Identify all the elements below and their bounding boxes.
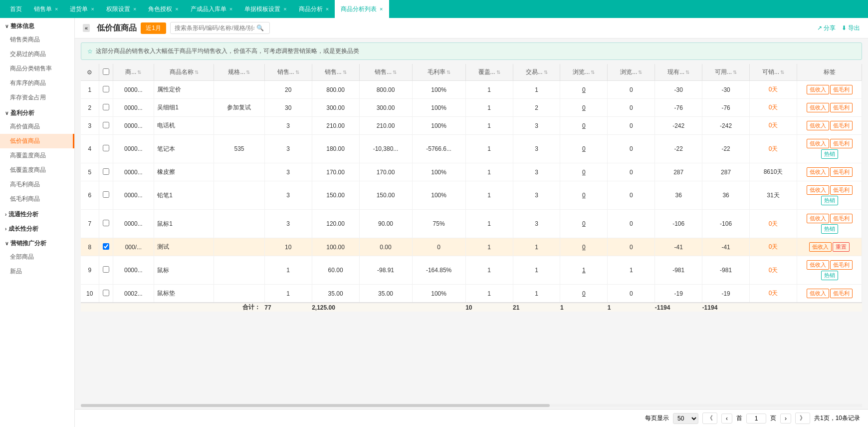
col-tags[interactable]: 标签 xyxy=(797,64,862,81)
row-checkbox-cell[interactable] xyxy=(99,135,113,163)
row-checkbox[interactable] xyxy=(103,191,109,198)
sidebar-group-growth[interactable]: › 成长性分析 xyxy=(0,221,74,235)
col-checkbox[interactable] xyxy=(99,64,113,81)
close-icon[interactable]: × xyxy=(283,6,286,12)
sidebar-group-flow[interactable]: › 流通性分析 xyxy=(0,206,74,221)
row-checkbox-cell[interactable] xyxy=(99,285,113,303)
view1-link[interactable]: 0 xyxy=(582,290,586,297)
sidebar-item-new-products[interactable]: 新品 xyxy=(0,264,74,279)
row-checkbox-cell[interactable] xyxy=(99,181,113,210)
row-checkbox[interactable] xyxy=(103,220,109,226)
sidebar-item-low-margin[interactable]: 低毛利商品 xyxy=(0,192,74,206)
row-checkbox[interactable] xyxy=(103,290,109,296)
col-sales-profit[interactable]: 销售...⇅ xyxy=(359,64,412,81)
search-input[interactable] xyxy=(175,24,254,31)
col-view1[interactable]: 浏览...⇅ xyxy=(560,64,608,81)
select-all-checkbox[interactable] xyxy=(103,68,109,75)
sidebar-item-high-margin[interactable]: 高毛利商品 xyxy=(0,177,74,192)
view1-cell[interactable]: 0 xyxy=(560,210,608,238)
sidebar-item-all-products[interactable]: 全部商品 xyxy=(0,250,74,264)
col-saleable[interactable]: 可销...⇅ xyxy=(750,64,797,81)
last-page-button[interactable]: 》 xyxy=(795,413,810,424)
view1-link[interactable]: 0 xyxy=(582,169,586,176)
sidebar-group-marketing[interactable]: ∨ 营销推广分析 xyxy=(0,235,74,250)
sidebar-item-low-value[interactable]: 低价值商品 xyxy=(0,134,74,148)
nav-template-setting[interactable]: 单据模板设置 × xyxy=(238,0,292,18)
search-icon[interactable]: 🔍 xyxy=(256,24,264,31)
share-button[interactable]: ↗ 分享 xyxy=(817,24,836,32)
view1-cell[interactable]: 0 xyxy=(560,81,608,99)
sidebar-item-category-sales-rate[interactable]: 商品分类销售率 xyxy=(0,61,74,76)
row-checkbox[interactable] xyxy=(103,266,109,273)
sidebar-collapse-button[interactable]: « xyxy=(83,24,90,32)
next-page-button[interactable]: › xyxy=(780,414,791,424)
view1-link[interactable]: 0 xyxy=(582,122,586,129)
view1-cell[interactable]: 0 xyxy=(560,99,608,117)
row-checkbox[interactable] xyxy=(103,86,109,92)
row-checkbox-cell[interactable] xyxy=(99,81,113,99)
view1-link[interactable]: 0 xyxy=(582,244,586,251)
view1-link[interactable]: 0 xyxy=(582,145,586,152)
nav-sales-order[interactable]: 销售单 × xyxy=(28,0,64,18)
sidebar-item-traded-products[interactable]: 交易过的商品 xyxy=(0,47,74,61)
nav-purchase-order[interactable]: 进货单 × xyxy=(64,0,100,18)
view1-link[interactable]: 0 xyxy=(582,220,586,227)
view1-link[interactable]: 0 xyxy=(582,104,586,111)
sidebar-item-high-coverage[interactable]: 高覆盖度商品 xyxy=(0,148,74,163)
close-icon[interactable]: × xyxy=(175,6,178,12)
sidebar-item-inventory-products[interactable]: 有库序的商品 xyxy=(0,76,74,90)
col-current[interactable]: 现有...⇅ xyxy=(655,64,702,81)
view1-cell[interactable]: 0 xyxy=(560,163,608,181)
row-checkbox[interactable] xyxy=(103,104,109,110)
close-icon[interactable]: × xyxy=(133,6,136,12)
col-spec[interactable]: 规格...⇅ xyxy=(214,64,265,81)
row-checkbox[interactable] xyxy=(103,145,109,151)
col-sales-amt[interactable]: 销售...⇅ xyxy=(312,64,359,81)
view1-cell[interactable]: 0 xyxy=(560,285,608,303)
close-icon[interactable]: × xyxy=(55,6,58,12)
sidebar-item-sales-products[interactable]: 销售类商品 xyxy=(0,32,74,47)
row-checkbox-cell[interactable] xyxy=(99,117,113,135)
view1-cell[interactable]: 1 xyxy=(560,256,608,285)
row-checkbox[interactable] xyxy=(103,168,109,175)
view1-link[interactable]: 0 xyxy=(582,86,586,93)
nav-home[interactable]: 首页 xyxy=(4,0,28,18)
prev-page-button[interactable]: ‹ xyxy=(721,414,732,424)
nav-permission[interactable]: 权限设置 × xyxy=(100,0,142,18)
row-checkbox-cell[interactable] xyxy=(99,99,113,117)
col-name[interactable]: 商品名称⇅ xyxy=(154,64,214,81)
row-checkbox-cell[interactable] xyxy=(99,210,113,238)
nav-product-analysis-list[interactable]: 商品分析列表 × xyxy=(335,0,389,18)
sidebar-item-high-value[interactable]: 高价值商品 xyxy=(0,119,74,134)
close-icon[interactable]: × xyxy=(326,6,329,12)
page-size-select[interactable]: 50 100 200 xyxy=(673,413,698,424)
row-checkbox-cell[interactable] xyxy=(99,256,113,285)
sidebar-group-profit[interactable]: ∨ 盈利分析 xyxy=(0,105,74,119)
view1-cell[interactable]: 0 xyxy=(560,238,608,256)
page-number-input[interactable] xyxy=(746,414,766,424)
col-available[interactable]: 可用...⇅ xyxy=(702,64,750,81)
col-code[interactable]: 商...⇅ xyxy=(113,64,154,81)
sidebar-group-overall[interactable]: ∨ 整体信息 xyxy=(0,18,74,32)
export-button[interactable]: ⬇ 导出 xyxy=(842,24,860,32)
view1-link[interactable]: 0 xyxy=(582,192,586,199)
row-checkbox-cell[interactable] xyxy=(99,238,113,256)
scrollbar-thumb[interactable] xyxy=(81,404,550,407)
col-view2[interactable]: 浏览...⇅ xyxy=(608,64,655,81)
row-checkbox[interactable] xyxy=(103,243,109,250)
close-icon[interactable]: × xyxy=(229,6,232,12)
sidebar-item-inventory-capital[interactable]: 库存资金占用 xyxy=(0,90,74,105)
close-icon[interactable]: × xyxy=(380,6,383,12)
first-page-button[interactable]: 《 xyxy=(702,413,717,424)
col-sales-qty[interactable]: 销售...⇅ xyxy=(264,64,312,81)
nav-role-auth[interactable]: 角色授权 × xyxy=(142,0,184,18)
view1-cell[interactable]: 0 xyxy=(560,135,608,163)
horizontal-scrollbar[interactable] xyxy=(81,404,862,407)
nav-product-analysis[interactable]: 商品分析 × xyxy=(293,0,335,18)
col-txn[interactable]: 交易...⇅ xyxy=(513,64,560,81)
col-margin[interactable]: 毛利率⇅ xyxy=(412,64,465,81)
row-checkbox-cell[interactable] xyxy=(99,163,113,181)
nav-product-warehouse[interactable]: 产成品入库单 × xyxy=(185,0,238,18)
view1-link[interactable]: 1 xyxy=(582,267,586,274)
filter-recent-month-button[interactable]: 近1月 xyxy=(141,22,166,34)
